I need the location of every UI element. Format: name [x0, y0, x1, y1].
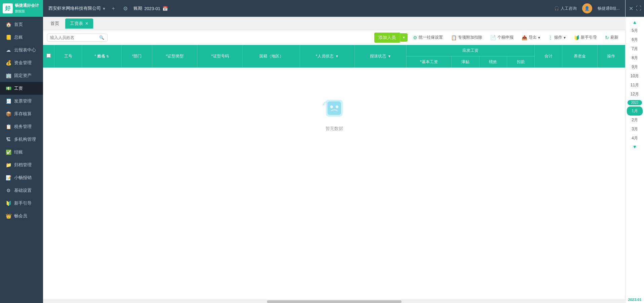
company-name: 西安虾米网络科技有限公司 [48, 5, 101, 11]
month-item-2023-1[interactable]: 1月 [627, 106, 643, 116]
month-nav-down[interactable]: ▼ [626, 143, 644, 151]
tabbar: 首页工资表✕ [43, 17, 625, 30]
month-item-2023-3[interactable]: 3月 [626, 125, 644, 134]
tax-button[interactable]: 📄 个税申报 [488, 33, 516, 42]
sidebar-item-云报表中心[interactable]: ☁云报表中心 [0, 44, 43, 56]
th-base-salary: *基本工资 [406, 56, 452, 68]
month-item-2022-11[interactable]: 11月 [626, 81, 644, 90]
main-content: 西安虾米网络科技有限公司 ▾ ＋ ⚙ 账期 2023-01 📅 🎧 人工咨询 👤… [43, 0, 625, 303]
month-item-2022-9[interactable]: 9月 [626, 62, 644, 72]
scrollbar-thumb[interactable] [267, 300, 402, 303]
sidebar-item-畅会员[interactable]: 👑畅会员 [0, 210, 43, 222]
svg-point-4 [323, 104, 325, 106]
sidebar-item-归档管理[interactable]: 📁归档管理 [0, 159, 43, 171]
add-person-label: 添加人员 [378, 35, 396, 41]
svg-point-3 [336, 105, 338, 108]
tab-label-0: 首页 [50, 20, 59, 27]
sidebar-item-首页[interactable]: 🏠首页 [0, 18, 43, 31]
user-name[interactable]: 畅捷通B组... [598, 6, 620, 11]
month-item-2022-5[interactable]: 5月 [626, 26, 644, 35]
maximize-panel-button[interactable]: ⛶ [636, 5, 641, 11]
year-label-2023: 2023 [628, 100, 642, 105]
tab-close-1[interactable]: ✕ [85, 21, 88, 26]
special-deduction-button[interactable]: 📋 专项附加扣除 [448, 33, 485, 42]
social-security-icon: ⚙ [413, 35, 417, 40]
sidebar-item-基础设置[interactable]: ⚙基础设置 [0, 184, 43, 197]
export-dropdown-icon: ▾ [538, 35, 540, 40]
sidebar-item-小畅报销[interactable]: 📝小畅报销 [0, 171, 43, 184]
th-id-type: *证型类型 [152, 45, 197, 68]
th-total: 合计 [535, 45, 562, 68]
operation-icon: ⋮ [548, 35, 553, 40]
add-person-btn-group: 添加人员 ▾ [374, 33, 408, 43]
account-period: 账期 2023-01 📅 [134, 5, 168, 11]
horizontal-scrollbar[interactable] [43, 300, 625, 303]
sidebar-item-发票管理[interactable]: 🧾发票管理 [0, 95, 43, 107]
guide-button[interactable]: 🔰 新手引导 [571, 33, 600, 42]
right-panel-header: ✕ ⛶ [626, 0, 644, 17]
sidebar-item-库存核算[interactable]: 📦库存核算 [0, 107, 43, 120]
tab-首页[interactable]: 首页 [46, 18, 64, 29]
month-item-2022-7[interactable]: 7月 [626, 44, 644, 53]
add-person-dropdown-button[interactable]: ▾ [400, 33, 408, 42]
export-button[interactable]: 📤 导出 ▾ [519, 33, 543, 42]
settings-icon[interactable]: ⚙ [121, 4, 129, 12]
app-logo: 好 畅捷通好会计 旗舰版 [0, 0, 43, 17]
tab-工资表[interactable]: 工资表✕ [65, 18, 93, 29]
sidebar-item-多机构管理[interactable]: 🏗多机构管理 [0, 133, 43, 146]
month-nav-up[interactable]: ▲ [626, 18, 644, 26]
sidebar: 好 畅捷通好会计 旗舰版 🏠首页📒总账☁云报表中心💰资金管理🏢固定资产💵工资🧾发… [0, 0, 43, 303]
sidebar-item-结账[interactable]: ✅结账 [0, 146, 43, 159]
th-checkbox[interactable] [43, 45, 54, 68]
search-box[interactable]: 🔍 [47, 34, 108, 42]
sidebar-item-资金管理[interactable]: 💰资金管理 [0, 56, 43, 69]
user-avatar[interactable]: 👤 [582, 3, 592, 13]
app-edition: 旗舰版 [15, 9, 39, 14]
special-deduction-icon: 📋 [451, 35, 457, 40]
social-security-label: 统一社保设置 [419, 35, 443, 40]
sidebar-label-1: 总账 [14, 34, 23, 40]
sidebar-icon-7: 📦 [5, 111, 11, 117]
search-input[interactable] [50, 35, 97, 40]
month-picker: ▲ 5月 6月 7月 8月 9月 10月 11月 12月 2023 1月 2月 … [626, 17, 644, 296]
close-panel-button[interactable]: ✕ [629, 5, 633, 12]
sidebar-label-11: 归档管理 [14, 162, 32, 168]
company-dropdown-icon[interactable]: ▾ [103, 6, 105, 11]
account-period-value: 2023-01 [144, 6, 160, 11]
sidebar-label-4: 固定资产 [14, 73, 32, 79]
current-period-display: 2023.01 [626, 296, 644, 303]
support-button[interactable]: 🎧 人工咨询 [554, 6, 577, 11]
month-item-2022-6[interactable]: 6月 [626, 35, 644, 44]
th-dept: *部门 [121, 45, 152, 68]
sidebar-label-8: 税务管理 [14, 124, 32, 130]
add-person-button[interactable]: 添加人员 [374, 33, 400, 43]
th-pension: 养老金 [562, 45, 597, 68]
svg-rect-1 [328, 101, 341, 115]
sidebar-icon-6: 🧾 [5, 98, 11, 104]
avatar-icon: 👤 [584, 6, 590, 11]
month-item-2022-12[interactable]: 12月 [626, 90, 644, 99]
sidebar-label-7: 库存核算 [14, 111, 32, 117]
svg-point-2 [330, 105, 333, 108]
sidebar-item-固定资产[interactable]: 🏢固定资产 [0, 69, 43, 82]
sidebar-icon-1: 📒 [5, 35, 11, 40]
export-label: 导出 [529, 35, 537, 40]
sidebar-icon-10: ✅ [5, 149, 11, 155]
social-security-button[interactable]: ⚙ 统一社保设置 [410, 33, 446, 42]
month-item-2023-2[interactable]: 2月 [626, 116, 644, 125]
sidebar-label-2: 云报表中心 [14, 47, 36, 53]
topbar-right: 🎧 人工咨询 👤 畅捷通B组... [554, 3, 620, 13]
month-item-2022-10[interactable]: 10月 [626, 72, 644, 81]
operation-button[interactable]: ⋮ 操作 ▾ [545, 33, 568, 42]
month-item-2022-8[interactable]: 8月 [626, 53, 644, 62]
add-company-button[interactable]: ＋ [109, 4, 117, 12]
sidebar-item-总账[interactable]: 📒总账 [0, 31, 43, 44]
company-selector[interactable]: 西安虾米网络科技有限公司 ▾ [48, 5, 105, 11]
select-all-checkbox[interactable] [46, 53, 51, 58]
calendar-icon[interactable]: 📅 [162, 6, 168, 11]
sidebar-item-新手引导[interactable]: 🔰新手引导 [0, 197, 43, 210]
sidebar-item-工资[interactable]: 💵工资 [0, 82, 43, 95]
sidebar-item-税务管理[interactable]: 📋税务管理 [0, 120, 43, 133]
month-item-2023-4[interactable]: 4月 [626, 134, 644, 143]
refresh-button[interactable]: ↻ 刷新 [602, 33, 621, 42]
